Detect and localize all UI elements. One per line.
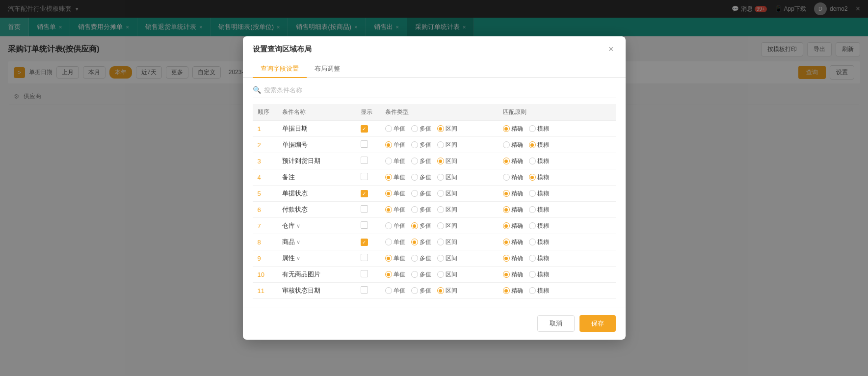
display-cell[interactable]: [356, 137, 380, 153]
display-checkbox[interactable]: [361, 221, 368, 229]
radio-精确[interactable]: 精确: [503, 189, 523, 198]
name-cell: 单据状态: [277, 186, 356, 202]
match-cell: 精确 模糊: [498, 283, 616, 299]
radio-多值[interactable]: 多值: [411, 206, 431, 214]
radio-区间[interactable]: 区间: [437, 238, 457, 246]
display-cell[interactable]: [356, 267, 380, 283]
radio-精确[interactable]: 精确: [503, 270, 523, 279]
radio-模糊[interactable]: 模糊: [529, 125, 549, 133]
radio-精确[interactable]: 精确: [503, 254, 523, 263]
radio-区间[interactable]: 区间: [437, 141, 457, 149]
radio-精确[interactable]: 精确: [503, 206, 523, 214]
dialog-close-button[interactable]: ×: [606, 44, 616, 54]
radio-单值[interactable]: 单值: [385, 189, 405, 198]
radio-区间[interactable]: 区间: [437, 125, 457, 133]
match-cell: 精确 模糊: [498, 234, 616, 250]
radio-精确[interactable]: 精确: [503, 222, 523, 230]
display-checkbox[interactable]: [361, 205, 368, 213]
table-row: 5单据状态 单值 多值 区间 精确 模糊: [253, 186, 616, 202]
radio-模糊[interactable]: 模糊: [529, 141, 549, 149]
display-cell[interactable]: [356, 186, 380, 202]
name-cell: 仓库 ∨: [277, 218, 356, 234]
radio-模糊[interactable]: 模糊: [529, 287, 549, 295]
display-cell[interactable]: [356, 169, 380, 186]
radio-单值[interactable]: 单值: [385, 254, 405, 263]
radio-精确[interactable]: 精确: [503, 157, 523, 165]
display-checkbox[interactable]: [361, 239, 368, 246]
match-cell: 精确 模糊: [498, 267, 616, 283]
radio-多值[interactable]: 多值: [411, 254, 431, 263]
radio-模糊[interactable]: 模糊: [529, 238, 549, 246]
display-cell[interactable]: [356, 121, 380, 137]
radio-精确[interactable]: 精确: [503, 287, 523, 295]
radio-精确[interactable]: 精确: [503, 238, 523, 246]
display-checkbox[interactable]: [361, 286, 368, 294]
radio-模糊[interactable]: 模糊: [529, 254, 549, 263]
display-checkbox[interactable]: [361, 190, 368, 197]
radio-多值[interactable]: 多值: [411, 141, 431, 149]
radio-精确[interactable]: 精确: [503, 125, 523, 133]
radio-单值[interactable]: 单值: [385, 157, 405, 165]
save-button[interactable]: 保存: [579, 315, 616, 332]
radio-多值[interactable]: 多值: [411, 238, 431, 246]
display-checkbox[interactable]: [361, 140, 368, 148]
radio-精确[interactable]: 精确: [503, 173, 523, 182]
display-checkbox[interactable]: [361, 254, 368, 261]
radio-多值[interactable]: 多值: [411, 189, 431, 198]
radio-多值[interactable]: 多值: [411, 125, 431, 133]
radio-模糊[interactable]: 模糊: [529, 173, 549, 182]
radio-多值[interactable]: 多值: [411, 270, 431, 279]
type-cell: 单值 多值 区间: [380, 186, 498, 202]
radio-多值[interactable]: 多值: [411, 222, 431, 230]
radio-多值[interactable]: 多值: [411, 287, 431, 295]
display-cell[interactable]: [356, 202, 380, 218]
radio-单值[interactable]: 单值: [385, 270, 405, 279]
expand-icon: ∨: [296, 239, 300, 245]
radio-区间[interactable]: 区间: [437, 206, 457, 214]
radio-模糊[interactable]: 模糊: [529, 189, 549, 198]
radio-多值[interactable]: 多值: [411, 173, 431, 182]
match-cell: 精确 模糊: [498, 186, 616, 202]
display-cell[interactable]: [356, 153, 380, 169]
radio-模糊[interactable]: 模糊: [529, 270, 549, 279]
radio-区间[interactable]: 区间: [437, 222, 457, 230]
radio-区间[interactable]: 区间: [437, 173, 457, 182]
seq-cell: 5: [253, 186, 277, 202]
radio-区间[interactable]: 区间: [437, 287, 457, 295]
search-input[interactable]: [264, 86, 616, 94]
tab-query-fields[interactable]: 查询字段设置: [253, 60, 307, 78]
display-cell[interactable]: [356, 250, 380, 267]
radio-区间[interactable]: 区间: [437, 189, 457, 198]
cancel-button[interactable]: 取消: [537, 315, 575, 332]
radio-单值[interactable]: 单值: [385, 238, 405, 246]
radio-模糊[interactable]: 模糊: [529, 222, 549, 230]
display-checkbox[interactable]: [361, 270, 368, 277]
radio-单值[interactable]: 单值: [385, 206, 405, 214]
display-cell[interactable]: [356, 283, 380, 299]
display-cell[interactable]: [356, 218, 380, 234]
radio-精确[interactable]: 精确: [503, 141, 523, 149]
radio-区间[interactable]: 区间: [437, 254, 457, 263]
radio-区间[interactable]: 区间: [437, 270, 457, 279]
display-checkbox[interactable]: [361, 125, 368, 133]
display-checkbox[interactable]: [361, 173, 368, 180]
radio-模糊[interactable]: 模糊: [529, 206, 549, 214]
table-row: 2单据编号 单值 多值 区间 精确 模糊: [253, 137, 616, 153]
display-checkbox[interactable]: [361, 157, 368, 164]
type-cell: 单值 多值 区间: [380, 218, 498, 234]
radio-区间[interactable]: 区间: [437, 157, 457, 165]
display-cell[interactable]: [356, 234, 380, 250]
radio-单值[interactable]: 单值: [385, 287, 405, 295]
tab-layout-adjust[interactable]: 布局调整: [307, 60, 348, 78]
radio-单值[interactable]: 单值: [385, 173, 405, 182]
dialog-body: 🔍 顺序 条件名称 显示 条件类型 匹配原则 1单据日期 单值: [243, 78, 626, 307]
radio-单值[interactable]: 单值: [385, 141, 405, 149]
match-cell: 精确 模糊: [498, 202, 616, 218]
type-cell: 单值 多值 区间: [380, 267, 498, 283]
radio-多值[interactable]: 多值: [411, 157, 431, 165]
dialog-title: 设置查询区域布局: [253, 45, 312, 54]
name-cell: 有无商品图片: [277, 267, 356, 283]
radio-单值[interactable]: 单值: [385, 222, 405, 230]
radio-单值[interactable]: 单值: [385, 125, 405, 133]
radio-模糊[interactable]: 模糊: [529, 157, 549, 165]
